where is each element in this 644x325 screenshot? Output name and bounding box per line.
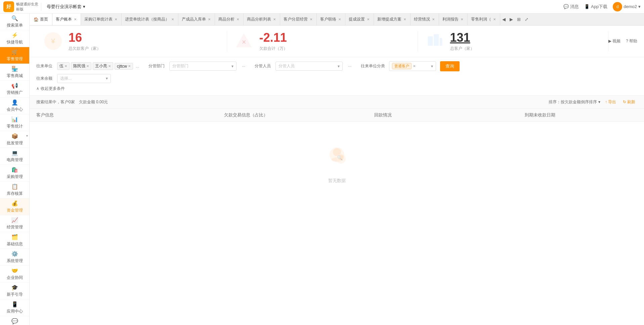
export-button[interactable]: ↑ 导出 [603,99,618,106]
store-selector[interactable]: 母婴行业演示帐套 ▾ [44,2,88,11]
member-icon: 👤 [11,99,18,106]
tab-close-icon[interactable]: ✕ [114,17,118,22]
expand-icon: ▾ [26,134,28,138]
sort-area: 排序：按欠款金额倒序排序 ▾ ↑ 导出 ↻ 刷新 [549,99,637,106]
tab-fullscreen[interactable]: ⤢ [523,17,530,22]
tag-close-icon[interactable]: ✕ [86,64,89,68]
sidebar-item-search[interactable]: 🔍 搜索菜单 [0,13,29,30]
tab-close-icon[interactable]: ✕ [272,17,276,22]
sidebar-item-marketing[interactable]: 📢 营销推广 [0,81,29,98]
chevron-down-icon: ▾ [431,64,433,69]
unit-tag-1[interactable]: 陈民强 ✕ [71,62,91,70]
message-icon: 💬 [563,4,569,9]
sidebar-item-app-center[interactable]: 📱 应用中心 [0,299,29,316]
balance-select[interactable]: 选择... ▾ [57,74,111,83]
unit-type-select[interactable]: 普通客户 ✕ ▾ [389,61,436,71]
sidebar-item-purchase[interactable]: 🛍️ 采购管理 [0,165,29,182]
unit-tags: 伍 ✕ 陈民强 ✕ 王小亮 ✕ [57,62,140,70]
tab-product-inbound[interactable]: 产成品入库单 ✕ [178,13,215,26]
balance-label: 往来余额 [36,76,53,81]
tag-close-icon[interactable]: ✕ [65,64,67,68]
department-select[interactable]: 分管部门 ▾ [169,62,237,71]
table-header: 客户信息 欠款交易信息（占比） 回款情况 到期未收款日期 [30,109,644,122]
sidebar-item-finance[interactable]: 💰 资金管理 [0,198,29,215]
tab-close-icon[interactable]: ✕ [207,17,211,22]
avatar: d [613,2,622,11]
manager-more-btn[interactable]: ··· [347,63,353,69]
tab-goods-stats[interactable]: 进货单统计表（按商品） ✕ [122,13,178,26]
tab-goods-analysis-list[interactable]: 商品分析列表 ✕ [244,13,280,26]
sidebar-item-label: 零售管理 [7,56,23,62]
mobile-icon: 📱 [11,301,18,308]
sidebar-item-retail-mgmt[interactable]: 🛒 零售管理 [0,47,29,64]
tab-customer-segment[interactable]: 客户分层经营 ✕ [280,13,317,26]
sidebar-item-wechat[interactable]: 💬 企业微信 [0,316,29,325]
refresh-button[interactable]: ↻ 刷新 [621,99,637,106]
sidebar-item-inventory[interactable]: 📋 库存核算 [0,182,29,198]
tab-goods-analysis[interactable]: 商品分析 ✕ [215,13,244,26]
sidebar-item-retail-mall[interactable]: 🏪 零售商城 [0,64,29,81]
video-button[interactable]: ▶ 视频 [608,38,620,44]
tab-close-icon[interactable]: ✕ [309,17,313,22]
tag-close-icon[interactable]: ✕ [128,64,131,68]
tab-home[interactable]: 🏠 首页 [30,13,52,26]
more-tags-button[interactable]: ... [134,63,140,69]
tab-close-icon[interactable]: ✕ [492,17,497,22]
amount-info: 欠款金额 0.00元 [79,99,108,105]
tab-close-icon[interactable]: ✕ [366,17,370,22]
tab-scroll-right[interactable]: ▶ [508,17,515,22]
manager-select[interactable]: 分管人员 ▾ [275,62,343,71]
tab-scroll-left[interactable]: ◀ [500,17,508,22]
tab-close-icon[interactable]: ✕ [171,17,175,22]
home-icon: 🏠 [34,17,39,22]
tab-retail-profit[interactable]: 零售利润（ ✕ [468,13,500,26]
sidebar-item-basic[interactable]: 🗂️ 基础信息 [0,232,29,249]
unit-tag-0[interactable]: 伍 ✕ [57,62,70,70]
department-more-btn[interactable]: ··· [241,63,247,69]
sidebar-item-cooperation[interactable]: 🤝 企业协同 [0,266,29,283]
tab-business-situation[interactable]: 经营情况 ✕ [411,13,439,26]
tab-expand[interactable]: ⊞ [515,17,523,22]
sidebar-item-quick-nav[interactable]: ⚡ 快捷导航 [0,30,29,47]
help-button[interactable]: ? 帮助 [626,38,637,44]
tab-purchase-order[interactable]: 采购订单统计表 ✕ [81,13,122,26]
sidebar-item-label: 快捷导航 [7,39,23,45]
unit-tag-2[interactable]: 王小亮 ✕ [93,62,113,70]
sidebar-item-wholesale[interactable]: 📦 批发管理 ▾ [0,131,29,148]
collapse-button[interactable]: ∧ 收起更多条件 [36,86,637,92]
search-button[interactable]: 查询 [440,61,460,71]
sidebar-item-label: 新手引导 [7,292,23,297]
trend-icon: 📈 [11,217,18,223]
sidebar-item-label: 基础信息 [7,241,23,247]
unit-tag-3[interactable]: cjttcw ✕ [115,63,133,70]
tab-promotion-settings[interactable]: 提成设置 ✕ [345,13,374,26]
user-profile[interactable]: d demo2 ▾ [613,2,641,11]
tab-close-icon[interactable]: ✕ [236,17,240,22]
tab-new-promotion[interactable]: 新增提成方案 ✕ [374,13,411,26]
tag-close-icon[interactable]: ✕ [413,64,416,68]
sidebar-item-business[interactable]: 📈 经营管理 [0,215,29,232]
tab-close-icon[interactable]: ✕ [338,17,342,22]
tab-close-icon[interactable]: ✕ [73,17,77,22]
tab-close-icon[interactable]: ✕ [431,17,435,22]
sidebar-item-label: 库存核算 [7,191,23,196]
message-button[interactable]: 💬 消息 [563,4,579,10]
tab-close-icon[interactable]: ✕ [403,17,407,22]
tag-close-icon[interactable]: ✕ [108,64,111,68]
sidebar-item-retail-stat[interactable]: 📊 零售统计 [0,114,29,131]
logo-text: 畅捷通好生意 标版 [16,2,38,11]
tab-profit-report[interactable]: 利润报告 ✕ [439,13,468,26]
sort-select[interactable]: 排序：按欠款金额倒序排序 ▾ [549,99,600,105]
sidebar-item-label: 营销推广 [7,90,23,96]
tab-customer-contact[interactable]: 客户联络 ✕ [317,13,345,26]
app-download-button[interactable]: 📱 App下载 [584,4,607,10]
debt-bg-icon: ✕ [234,31,254,51]
sidebar-item-new-guide[interactable]: 🎓 新手引导 [0,283,29,299]
sidebar-item-member[interactable]: 👤 会员中心 [0,98,29,114]
sidebar-item-system[interactable]: ⚙️ 系统管理 [0,249,29,266]
shopping-icon: 🛍️ [11,167,18,173]
tab-close-icon[interactable]: ✕ [460,17,464,22]
sidebar-item-ecommerce[interactable]: 💻 电商管理 [0,148,29,165]
tab-customer-balance[interactable]: 客户账本 ✕ [52,13,81,26]
unit-label: 往来单位 [36,63,53,69]
